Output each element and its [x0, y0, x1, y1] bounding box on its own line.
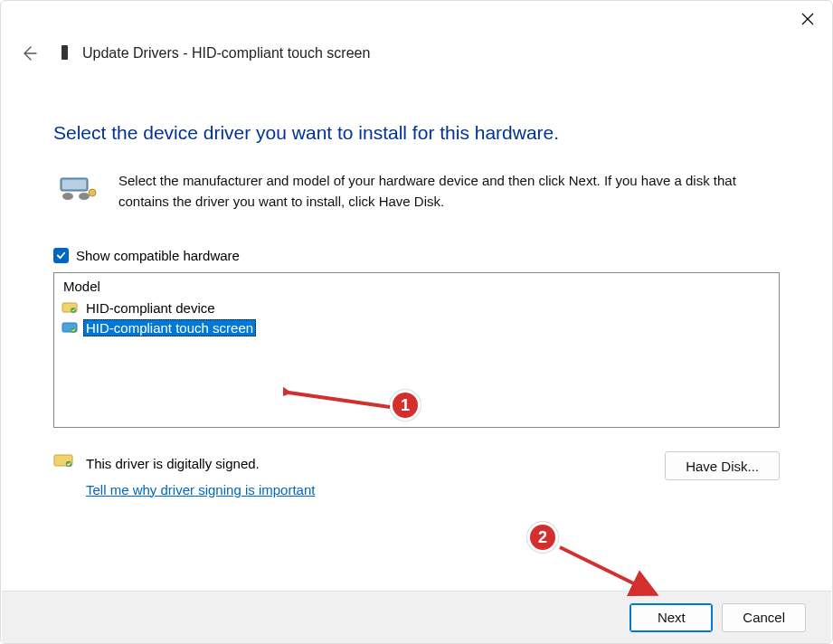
check-icon — [56, 251, 66, 260]
update-drivers-dialog: Update Drivers - HID-compliant touch scr… — [0, 0, 833, 644]
list-item[interactable]: HID-compliant touch screen — [62, 317, 771, 337]
have-disk-button[interactable]: Have Disk... — [665, 451, 780, 480]
list-item-label: HID-compliant device — [83, 299, 218, 317]
show-compatible-checkbox[interactable] — [53, 248, 69, 263]
svg-rect-1 — [62, 180, 86, 189]
hardware-icon — [53, 171, 108, 208]
svg-point-6 — [71, 308, 76, 313]
close-icon — [801, 13, 814, 25]
annotation-badge-1: 1 — [390, 390, 421, 421]
dialog-header: Update Drivers - HID-compliant touch scr… — [1, 35, 832, 71]
list-header: Model — [62, 277, 771, 298]
svg-point-4 — [89, 189, 96, 196]
driver-signed-icon — [62, 320, 80, 335]
list-item[interactable]: HID-compliant device — [62, 298, 771, 317]
annotation-badge-2: 2 — [527, 522, 558, 553]
svg-point-8 — [71, 327, 76, 333]
instruction-row: Select the manufacturer and model of you… — [53, 171, 780, 212]
dialog-title: Update Drivers - HID-compliant touch scr… — [82, 45, 370, 62]
close-button[interactable] — [787, 5, 828, 33]
svg-point-2 — [62, 193, 73, 200]
dialog-content: Select the device driver you want to ins… — [1, 71, 832, 503]
cancel-button[interactable]: Cancel — [722, 603, 806, 632]
titlebar — [1, 1, 832, 35]
device-icon — [57, 43, 73, 63]
svg-point-3 — [79, 193, 90, 200]
signature-status: This driver is digitally signed. — [86, 451, 315, 478]
next-button[interactable]: Next — [629, 603, 713, 632]
signature-row: This driver is digitally signed. Tell me… — [53, 451, 780, 503]
list-item-label: HID-compliant touch screen — [83, 319, 256, 336]
back-arrow-icon — [21, 45, 37, 62]
back-button[interactable] — [19, 43, 39, 63]
driver-signed-icon — [62, 300, 80, 315]
driver-signing-link[interactable]: Tell me why driver signing is important — [86, 478, 315, 504]
page-title: Select the device driver you want to ins… — [53, 122, 780, 144]
compatible-hardware-row: Show compatible hardware — [53, 248, 780, 263]
dialog-button-bar: Next Cancel — [2, 591, 831, 643]
svg-line-12 — [560, 547, 656, 594]
show-compatible-label[interactable]: Show compatible hardware — [76, 248, 240, 263]
instruction-text: Select the manufacturer and model of you… — [108, 171, 780, 212]
signature-text-block: This driver is digitally signed. Tell me… — [86, 451, 315, 503]
certificate-icon — [53, 451, 75, 469]
